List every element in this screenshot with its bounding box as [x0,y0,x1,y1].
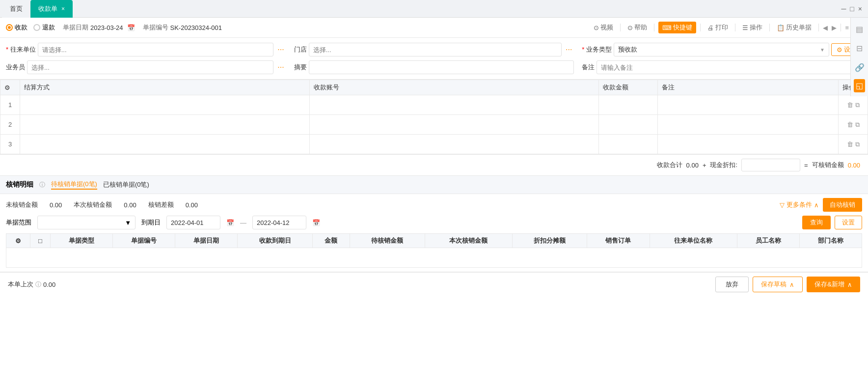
col-settle-header: 结算方式 [20,80,310,95]
sidebar-icon-1[interactable]: ▤ [853,22,866,37]
bottom-info-label: 本单上次 [8,280,33,289]
tab-bar: 首页 收款单 × ─ □ × [0,0,868,18]
shortcut-btn[interactable]: ⌨ 快捷键 [658,22,696,33]
row-num: 1 [0,95,20,115]
sum-value: 0.00 [686,162,699,169]
bottom-col-header[interactable]: □ [30,234,50,248]
filter-settings-btn[interactable]: 设置 [835,216,862,229]
date-from-input[interactable] [166,216,220,229]
range-select[interactable]: ▼ [37,216,136,229]
operations-btn[interactable]: ☰ 操作 [739,22,765,33]
minimize-icon[interactable]: ─ [841,5,846,13]
radio-refund-dot [33,24,40,31]
cal-to-icon[interactable]: 📅 [312,219,320,226]
save-new-btn[interactable]: 保存&新增 ∧ [807,277,860,292]
bottom-info-icon[interactable]: ⓘ [35,280,41,289]
radio-income[interactable]: 收款 [6,23,27,32]
summary-input[interactable] [309,60,574,74]
calendar-icon[interactable]: 📅 [127,24,135,31]
auto-verify-btn[interactable]: 自动核销 [823,198,862,212]
sidebar-icon-2[interactable]: ⊟ [853,41,866,56]
operations-label: 操作 [750,23,762,32]
store-more-btn[interactable]: ··· [564,45,574,54]
form-area: * 往来单位 ··· 门店 ··· * 业务类型 预收款 ▼ [0,38,868,80]
cal-from-icon[interactable]: 📅 [226,219,234,226]
delete-icon[interactable]: 🗑 [847,101,853,109]
store-input[interactable] [309,43,562,56]
diff-value: 0.00 [186,201,198,209]
account-cell[interactable] [309,135,599,154]
radio-refund-label: 退款 [42,23,55,32]
summary-field: 摘要 [294,60,574,74]
query-btn[interactable]: 查询 [802,216,831,229]
print-btn[interactable]: 🖨 打印 [705,22,731,33]
staff-more-btn[interactable]: ··· [275,63,286,72]
maximize-icon[interactable]: □ [850,5,854,13]
copy-icon[interactable]: ⧉ [855,140,860,148]
divider3 [700,24,701,31]
amount-cell[interactable] [599,95,658,115]
more-conditions-btn[interactable]: ▽ 更多条件 ∧ [780,200,819,209]
video-btn[interactable]: ⊙ 视频 [591,22,616,33]
amount-cell[interactable] [599,135,658,154]
tab-close-icon[interactable]: × [61,0,65,18]
done-tab[interactable]: 已核销单据(0笔) [103,180,149,189]
delete-icon[interactable]: 🗑 [847,121,853,129]
note-cell[interactable] [658,95,839,115]
staff-field: 业务员 ··· [6,60,286,74]
staff-input[interactable] [27,60,273,74]
counterpart-input[interactable] [38,43,274,56]
discard-btn[interactable]: 放弃 [715,277,749,292]
bottom-col-header: 单据编号 [112,234,175,248]
copy-icon[interactable]: ⧉ [855,121,860,129]
delete-icon[interactable]: 🗑 [847,140,853,148]
settle-cell[interactable] [20,115,310,135]
pending-tab[interactable]: 待核销单据(0笔) [51,180,97,190]
note-input[interactable] [597,60,862,74]
business-type-select[interactable]: 预收款 ▼ [614,43,829,56]
divider7 [841,24,841,31]
prev-icon[interactable]: ◀ [823,24,828,31]
next-icon[interactable]: ▶ [832,24,837,31]
shortcut-label: 快捷键 [673,23,692,32]
note-cell[interactable] [658,115,839,135]
date-to-input[interactable] [252,216,306,229]
col-gear-header[interactable]: ⚙ [0,80,20,95]
form-row-1: * 往来单位 ··· 门店 ··· * 业务类型 预收款 ▼ [6,43,862,56]
tab-active[interactable]: 收款单 × [30,0,73,18]
toolbar-right: ⊙ 视频 ⊙ 帮助 ⌨ 快捷键 🖨 打印 ☰ 操作 [591,22,862,33]
date-separator: — [240,219,246,226]
settle-cell[interactable] [20,95,310,115]
store-field: 门店 ··· [294,43,574,56]
account-cell[interactable] [309,115,599,135]
settle-cell[interactable] [20,135,310,154]
note-cell[interactable] [658,135,839,154]
bottom-col-header[interactable]: ⚙ [6,234,30,248]
data-table: ⚙ 结算方式 收款账号 收款金额 备注 操作 1 🗑 ⧉ [0,80,868,154]
help-label: 帮助 [634,23,647,32]
radio-refund[interactable]: 退款 [33,23,55,32]
operations-icon: ☰ [742,24,748,31]
draft-btn[interactable]: 保存草稿 ∧ [753,277,803,292]
radio-income-dot [6,24,13,31]
bottom-col-header: 部门名称 [799,234,862,248]
summary-label: 摘要 [294,63,307,72]
tab-home[interactable]: 首页 [2,0,30,18]
bottom-col-header: 往来单位名称 [650,234,737,248]
account-cell[interactable] [309,95,599,115]
discount-input[interactable] [741,159,800,171]
history-btn[interactable]: 📋 历史单据 [774,22,814,33]
verify-info-icon[interactable]: ⓘ [39,181,45,189]
copy-icon[interactable]: ⧉ [855,101,860,109]
sidebar-icon-4[interactable]: ◱ [854,79,865,92]
range-label: 单据范围 [6,218,31,227]
radio-group: 收款 退款 [6,23,55,32]
counterpart-more-btn[interactable]: ··· [275,45,286,54]
help-btn[interactable]: ⊙ 帮助 [624,22,650,33]
close-icon[interactable]: × [858,5,862,13]
amount-cell[interactable] [599,115,658,135]
window-controls: ─ □ × [841,5,866,13]
list-icon[interactable]: ≡ [845,24,849,31]
sidebar-icon-3[interactable]: 🔗 [852,60,868,75]
actions-cell: 🗑 ⧉ [839,135,868,154]
